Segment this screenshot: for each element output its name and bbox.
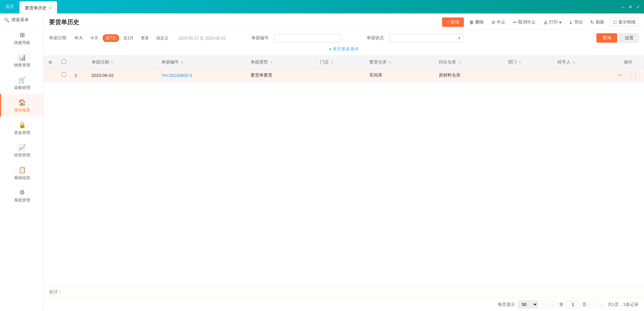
display-detail-button[interactable]: ☐ 显示明细 <box>610 18 639 27</box>
print-dropdown-icon: ▾ <box>559 20 561 25</box>
prev-page-button[interactable]: ‹ <box>550 301 556 308</box>
toolbar: + 新增 🗑 删除 ⊘ 中止 ↩ 取消中止 🖨 <box>442 17 639 27</box>
th-doc-type[interactable]: 单据类型 ⇅ <box>247 56 316 69</box>
expand-icon[interactable]: ⤢ <box>636 4 640 9</box>
per-page-label: 每页显示 <box>498 302 515 308</box>
date-btn-custom[interactable]: 自定义 <box>153 34 171 42</box>
sidebar-item-inventory[interactable]: 🏠 库存核算 <box>0 94 43 117</box>
stop-icon: ⊘ <box>491 19 495 25</box>
sort-icon-handler: ⇅ <box>573 60 575 64</box>
td-department <box>504 69 553 82</box>
td-doc-no[interactable]: YH-20230602-0 <box>157 69 247 82</box>
delete-icon: 🗑 <box>469 19 474 25</box>
checkbox-icon: ☐ <box>613 20 617 25</box>
date-filter-buttons: 昨天 今天 近7天 近1月 更多 自定义 <box>72 34 171 42</box>
per-page-select[interactable]: 50 100 200 <box>518 301 538 308</box>
expand-filter-row[interactable]: ▾ 展开更多条件 <box>49 45 639 53</box>
date-btn-more[interactable]: 更多 <box>138 34 152 42</box>
td-checkbox[interactable] <box>57 69 70 82</box>
tab-close-icon[interactable]: ✕ <box>49 6 52 10</box>
date-btn-7days[interactable]: 近7天 <box>103 34 119 42</box>
date-btn-yesterday[interactable]: 昨天 <box>72 34 86 42</box>
select-all-checkbox[interactable] <box>62 59 66 64</box>
page-title: 要货单历史 <box>49 18 79 26</box>
sort-icon-req-warehouse: ⇅ <box>389 60 391 64</box>
th-doc-date[interactable]: 单据日期 ⇅ <box>87 56 157 69</box>
sidebar-item-ops-mgmt[interactable]: 📈 经营管理 <box>0 139 43 162</box>
table-header-row: ⚙ 单据日期 ⇅ 单据编号 <box>44 56 644 69</box>
page-unit-label: 页 <box>582 302 587 308</box>
action-icons: ✏ ⋮⋮ <box>617 72 640 79</box>
date-btn-today[interactable]: 今天 <box>87 34 101 42</box>
close-window-icon[interactable]: ✕ <box>629 4 632 9</box>
data-table: ⚙ 单据日期 ⇅ 单据编号 <box>44 56 644 82</box>
th-store[interactable]: 门店 ⇅ <box>316 56 365 69</box>
minimize-icon[interactable]: ─ <box>622 4 625 9</box>
sidebar-item-finance-mgmt[interactable]: 🔒 资金管理 <box>0 117 43 139</box>
th-doc-no[interactable]: 单据编号 ⇅ <box>157 56 247 69</box>
first-page-button[interactable]: « <box>541 301 548 308</box>
th-checkbox[interactable] <box>57 56 70 69</box>
sort-icon-doc-type: ⇅ <box>270 60 273 64</box>
print-button[interactable]: 🖨 打印 ▾ <box>541 18 564 27</box>
date-filter-label: 单据日期 <box>49 35 66 41</box>
settings-gear-icon[interactable]: ⚙ <box>48 60 52 65</box>
th-handler[interactable]: 经手人 ⇅ <box>553 56 612 69</box>
basic-info-icon: 📋 <box>18 166 26 174</box>
tab-home[interactable]: 首页 <box>0 0 19 13</box>
query-button[interactable]: 查询 <box>596 33 617 43</box>
status-select[interactable] <box>389 34 463 42</box>
cancel-stop-button[interactable]: ↩ 取消中止 <box>511 18 538 27</box>
td-doc-type: 要货单要货 <box>247 69 316 82</box>
top-bar-right: ─ ✕ ⤢ <box>622 4 644 9</box>
sidebar-item-quick-nav[interactable]: ⊞ 快捷导航 <box>0 27 43 49</box>
th-department[interactable]: 部门 ⇅ <box>504 56 553 69</box>
refresh-button[interactable]: ↻ 刷新 <box>588 18 606 27</box>
delete-button[interactable]: 🗑 删除 <box>467 18 486 27</box>
row-checkbox[interactable] <box>62 73 66 77</box>
main-layout: 🔍 搜索菜单 ⊞ 快捷导航 📊 销售管理 🛒 采购管理 🏠 库存核算 🔒 资金管… <box>0 13 644 311</box>
sidebar-item-basic-info[interactable]: 📋 基础信息 <box>0 162 43 184</box>
page-content: 要货单历史 + 新增 🗑 删除 ⊘ 中止 ↩ 取消中止 <box>44 13 644 311</box>
settings-button[interactable]: 设置 <box>620 33 639 43</box>
td-settings <box>44 69 57 82</box>
top-bar: 首页 要货单历史 ✕ ─ ✕ ⤢ <box>0 0 644 13</box>
filter-area: 单据日期 昨天 今天 近7天 近1月 更多 自定义 2023-05-27 至 2… <box>44 30 644 56</box>
sort-icon-department: ⇅ <box>519 60 521 64</box>
doc-no-input[interactable] <box>274 34 341 42</box>
sidebar-item-sales-mgmt[interactable]: 📊 销售管理 <box>0 49 43 72</box>
table-row[interactable]: 1 2023-06-02 YH-20230602-0 要货单要货 车间库 原材料… <box>44 69 644 82</box>
page-info: 共1页，1条记录 <box>608 302 639 308</box>
page-input[interactable] <box>566 301 580 308</box>
footer-total-label: 合计： <box>49 289 62 295</box>
doc-no-filter-label: 单据编号 <box>251 35 269 41</box>
sidebar-item-sys-mgmt[interactable]: ⚙ 系统管理 <box>0 184 43 207</box>
td-pending-warehouse: 原材料仓库 <box>435 69 504 82</box>
search-menu-icon: 🔍 <box>4 17 9 23</box>
action-edit-icon[interactable]: ✏ <box>617 72 624 79</box>
doc-no-link[interactable]: YH-20230602-0 <box>161 73 192 78</box>
stop-button[interactable]: ⊘ 中止 <box>489 18 507 27</box>
sort-icon-doc-date: ⇅ <box>111 60 113 64</box>
sidebar-item-purchase-mgmt[interactable]: 🛒 采购管理 <box>0 72 43 94</box>
page-header: 要货单历史 + 新增 🗑 删除 ⊘ 中止 ↩ 取消中止 <box>44 13 644 30</box>
next-page-button[interactable]: › <box>589 301 595 308</box>
last-page-button[interactable]: » <box>598 301 605 308</box>
search-menu-item[interactable]: 🔍 搜索菜单 <box>0 13 43 27</box>
export-button[interactable]: ⤓ 导出 <box>567 18 585 27</box>
status-filter-label: 单据状态 <box>367 35 384 41</box>
date-btn-1month[interactable]: 近1月 <box>120 34 137 42</box>
tab-requisition-history[interactable]: 要货单历史 ✕ <box>19 1 57 15</box>
finance-mgmt-icon: 🔒 <box>18 121 26 129</box>
content-area: 要货单历史 + 新增 🗑 删除 ⊘ 中止 ↩ 取消中止 <box>44 13 644 311</box>
ops-mgmt-icon: 📈 <box>18 144 26 151</box>
th-settings[interactable]: ⚙ <box>44 56 57 69</box>
td-store <box>316 69 365 82</box>
action-more-icon[interactable]: ⋮⋮ <box>627 72 640 79</box>
status-select-wrapper <box>389 34 463 42</box>
print-icon: 🖨 <box>543 19 548 25</box>
th-pending-warehouse[interactable]: 待出仓库 ⇅ <box>435 56 504 69</box>
new-button[interactable]: + 新增 <box>442 17 464 27</box>
th-req-warehouse[interactable]: 要货仓库 ⇅ <box>365 56 435 69</box>
quick-nav-icon: ⊞ <box>20 31 25 39</box>
